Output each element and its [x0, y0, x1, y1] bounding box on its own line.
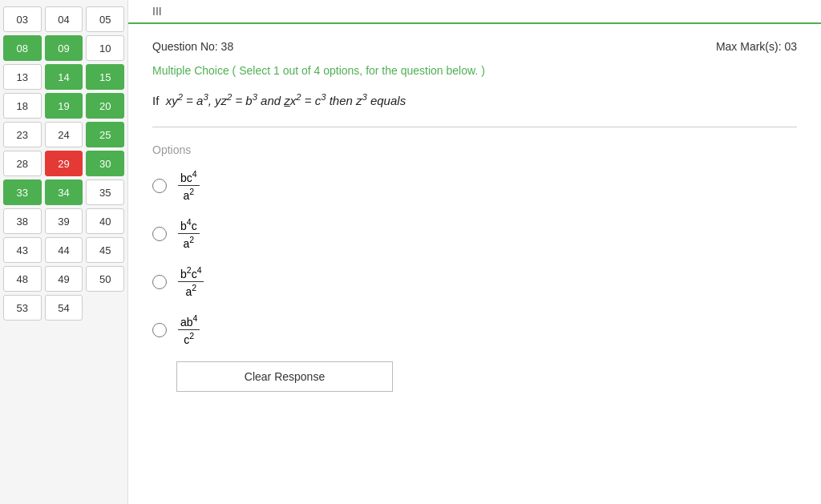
options-label: Options [152, 143, 797, 156]
sidebar-number-29[interactable]: 29 [45, 151, 83, 176]
sidebar-number-43[interactable]: 43 [3, 237, 42, 263]
sidebar-number-39[interactable]: 39 [45, 208, 83, 234]
sidebar-number-18[interactable]: 18 [3, 93, 42, 119]
sidebar-number-13[interactable]: 13 [3, 64, 42, 90]
sidebar-number-49[interactable]: 49 [45, 266, 83, 292]
option-fraction-4: ab4c2 [178, 313, 200, 347]
sidebar-number-10[interactable]: 10 [86, 35, 124, 61]
sidebar-number-03[interactable]: 03 [3, 6, 42, 32]
sidebar-number-54[interactable]: 54 [45, 295, 83, 321]
radio-2[interactable] [152, 227, 167, 241]
question-number-grid: 0304050809101314151819202324252829303334… [3, 6, 124, 321]
sidebar-number-14[interactable]: 14 [45, 64, 83, 90]
sidebar-number-34[interactable]: 34 [45, 179, 83, 205]
sidebar-number-30[interactable]: 30 [86, 151, 124, 176]
sidebar-number-53[interactable]: 53 [3, 295, 42, 321]
clear-response-button[interactable]: Clear Response [176, 361, 393, 392]
question-body: If xy2 = a3, yz2 = b3 and zx2 = c3 then … [152, 90, 797, 111]
math-expression: xy2 = a3, yz2 = b3 and zx2 = c3 then z3 … [166, 94, 406, 107]
options-container: bc4a2b4ca2b2c4a2ab4c2 [152, 169, 797, 347]
option-fraction-3: b2c4a2 [178, 265, 204, 299]
radio-3[interactable] [152, 275, 167, 289]
sidebar-number-35[interactable]: 35 [86, 179, 124, 205]
sidebar-number-38[interactable]: 38 [3, 208, 42, 234]
sidebar-number-33[interactable]: 33 [3, 179, 42, 205]
sidebar-number-40[interactable]: 40 [86, 208, 124, 234]
max-marks: Max Mark(s): 03 [716, 40, 797, 53]
sidebar-number-09[interactable]: 09 [45, 35, 83, 61]
sidebar-number-23[interactable]: 23 [3, 122, 42, 147]
radio-1[interactable] [152, 179, 167, 193]
option-fraction-2: b4ca2 [178, 217, 200, 251]
sidebar-number-04[interactable]: 04 [45, 6, 83, 32]
sidebar-number-19[interactable]: 19 [45, 93, 83, 119]
main-content: III Question No: 38 Max Mark(s): 03 Mult… [128, 0, 821, 504]
radio-4[interactable] [152, 323, 167, 337]
sidebar-number-44[interactable]: 44 [45, 237, 83, 263]
sidebar: 0304050809101314151819202324252829303334… [0, 0, 128, 504]
sidebar-number-08[interactable]: 08 [3, 35, 42, 61]
sidebar-number-20[interactable]: 20 [86, 93, 124, 119]
option-row-3[interactable]: b2c4a2 [152, 265, 797, 299]
option-row-1[interactable]: bc4a2 [152, 169, 797, 203]
sidebar-number-05[interactable]: 05 [86, 6, 124, 32]
option-row-4[interactable]: ab4c2 [152, 313, 797, 347]
section-roman: III [128, 0, 821, 24]
sidebar-number-25[interactable]: 25 [86, 122, 124, 147]
divider [152, 127, 797, 127]
sidebar-number-45[interactable]: 45 [86, 237, 124, 263]
sidebar-number-28[interactable]: 28 [3, 151, 42, 176]
question-area: Question No: 38 Max Mark(s): 03 Multiple… [128, 24, 821, 424]
question-number: Question No: 38 [152, 40, 233, 53]
sidebar-number-24[interactable]: 24 [45, 122, 83, 147]
option-row-2[interactable]: b4ca2 [152, 217, 797, 251]
instruction-text: Multiple Choice ( Select 1 out of 4 opti… [152, 64, 797, 77]
sidebar-number-15[interactable]: 15 [86, 64, 124, 90]
sidebar-number-50[interactable]: 50 [86, 266, 124, 292]
option-fraction-1: bc4a2 [178, 169, 200, 203]
question-meta: Question No: 38 Max Mark(s): 03 [152, 40, 797, 53]
sidebar-number-48[interactable]: 48 [3, 266, 42, 292]
